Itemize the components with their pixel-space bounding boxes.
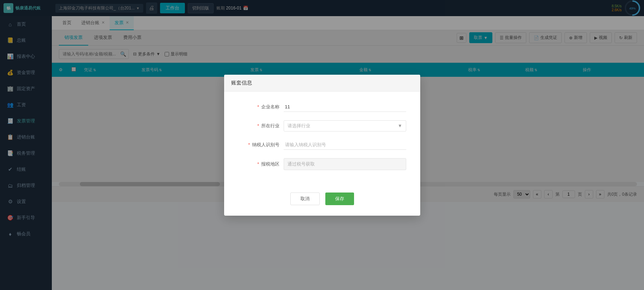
industry-select[interactable]: 请选择行业 ▼ — [284, 120, 406, 131]
form-row-industry: * 所在行业 请选择行业 ▼ — [238, 120, 406, 131]
tax-id-input[interactable] — [284, 140, 406, 150]
tax-region-field: 通过税号获取 — [284, 158, 406, 170]
chevron-down-icon: ▼ — [398, 123, 402, 128]
account-info-dialog: 账套信息 * 企业名称 * 所在行业 请选择行业 ▼ — [224, 75, 420, 216]
dialog-footer: 取消 保存 — [224, 189, 420, 216]
company-name-label: * 企业名称 — [238, 104, 284, 110]
dialog-header: 账套信息 — [224, 75, 420, 92]
tax-region-label: * 报税地区 — [238, 161, 284, 167]
form-row-tax-region: * 报税地区 通过税号获取 — [238, 158, 406, 170]
cancel-button[interactable]: 取消 — [290, 193, 320, 205]
modal-overlay: 账套信息 * 企业名称 * 所在行业 请选择行业 ▼ — [0, 0, 644, 290]
save-button[interactable]: 保存 — [325, 193, 354, 205]
tax-id-label: * 纳税人识别号 — [238, 142, 284, 148]
form-row-tax-id: * 纳税人识别号 — [238, 140, 406, 150]
company-name-input[interactable] — [284, 102, 406, 112]
industry-label: * 所在行业 — [238, 123, 284, 129]
dialog-body: * 企业名称 * 所在行业 请选择行业 ▼ * — [224, 92, 420, 189]
form-row-company: * 企业名称 — [238, 102, 406, 112]
